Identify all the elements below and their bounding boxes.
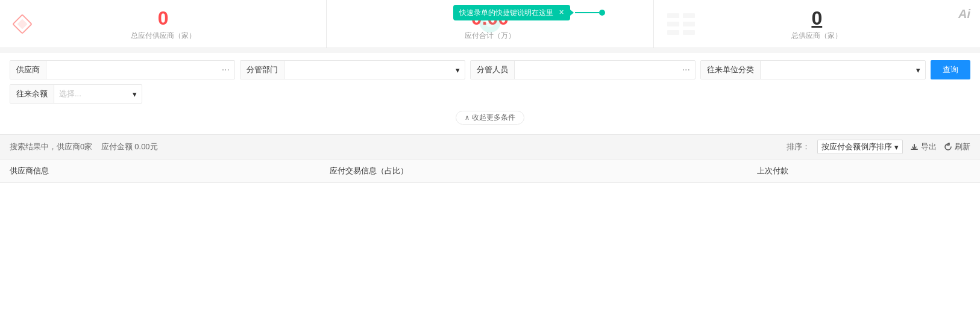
unit-label: 往来单位分类 [701,61,761,79]
dept-chevron-icon: ▾ [456,66,460,75]
balance-chevron-icon: ▾ [133,90,137,99]
payable-suppliers-label: 总应付供应商（家） [131,31,196,41]
sort-value: 按应付会额倒序排序 [821,141,892,152]
tooltip-bubble: 快速录单的快捷键说明在这里 × [453,5,570,20]
dept-select[interactable]: ▾ [284,66,465,75]
query-button[interactable]: 查询 [931,60,970,79]
collapse-bar: ∧ 收起更多条件 [10,108,970,129]
col-transaction-header: 应付交易信息（占比） [330,166,756,176]
total-suppliers-label: 总供应商（家） [791,31,842,41]
supplier-filter: 供应商 ··· [10,60,235,79]
collapse-button[interactable]: ∧ 收起更多条件 [456,111,524,125]
dept-filter: 分管部门 ▾ [240,60,465,79]
table-area: 供应商信息 应付交易信息（占比） 上次付款 [0,160,980,310]
svg-rect-10 [667,22,679,26]
unit-select[interactable]: ▾ [761,66,925,75]
col-lastpay-header: 上次付款 [757,166,970,176]
refresh-label: 刷新 [955,141,970,152]
tooltip-close-btn[interactable]: × [559,7,564,17]
stat-payable-suppliers: 0 总应付供应商（家） [0,0,327,48]
collapse-up-icon: ∧ [465,114,470,122]
stat-total-suppliers: 0 总供应商（家） Ai [654,0,980,48]
balance-filter: 往来余额 选择... ▾ [10,84,142,104]
svg-rect-11 [683,22,695,26]
table-header: 供应商信息 应付交易信息（占比） 上次付款 [0,160,980,183]
tooltip-dot [599,10,605,16]
diamond-logo-icon [11,13,34,36]
svg-rect-12 [667,30,679,35]
svg-rect-13 [683,30,695,35]
export-button[interactable]: 导出 [910,141,937,152]
balance-placeholder: 选择... [59,88,81,99]
grid-icon [666,12,696,36]
filter-area: 供应商 ··· 分管部门 ▾ 分管人员 ··· 往来单位分类 ▾ 查询 [0,53,980,135]
tooltip-line [575,12,599,13]
refresh-icon [944,143,952,151]
col-supplier-header: 供应商信息 [10,166,330,176]
supplier-label: 供应商 [10,61,46,79]
collapse-label: 收起更多条件 [472,113,515,123]
person-filter: 分管人员 ··· [470,60,696,79]
top-stats-bar: 0 总应付供应商（家） 快速录单的快捷键说明在这里 × 0.00 [0,0,980,48]
table-body [0,183,980,310]
result-summary: 搜索结果中，供应商0家 应付金额 0.00元 [10,141,158,152]
svg-point-7 [486,23,494,27]
stat-payable-total: 快速录单的快捷键说明在这里 × 0.00 应付合计（万） [327,0,653,48]
svg-rect-8 [667,13,679,18]
unit-chevron-icon: ▾ [916,66,920,75]
total-suppliers-number: 0 [811,7,822,29]
balance-label: 往来余额 [10,85,54,103]
export-icon [910,143,919,151]
supplier-input[interactable] [46,61,217,79]
svg-rect-1 [17,19,28,29]
tooltip-text: 快速录单的快捷键说明在这里 [459,8,553,17]
supplier-dots-btn[interactable]: ··· [217,64,234,75]
result-actions: 排序： 按应付会额倒序排序 ▾ 导出 刷新 [787,140,970,154]
payable-suppliers-number: 0 [158,7,169,29]
sort-label: 排序： [787,141,810,152]
amount-summary-text: 应付金额 0.00元 [101,142,158,151]
filter-row-1: 供应商 ··· 分管部门 ▾ 分管人员 ··· 往来单位分类 ▾ 查询 [10,60,970,79]
export-label: 导出 [921,141,937,152]
person-input[interactable] [515,61,677,79]
sort-select[interactable]: 按应付会额倒序排序 ▾ [817,140,903,154]
ai-badge[interactable]: Ai [958,7,970,21]
svg-rect-15 [914,144,915,148]
sort-chevron-icon: ▾ [894,143,899,152]
svg-rect-9 [683,13,695,18]
person-label: 分管人员 [471,61,515,79]
unit-filter: 往来单位分类 ▾ [700,60,926,79]
search-summary-text: 搜索结果中，供应商0家 [10,142,92,151]
result-bar: 搜索结果中，供应商0家 应付金额 0.00元 排序： 按应付会额倒序排序 ▾ 导… [0,135,980,160]
balance-select[interactable]: 选择... ▾ [54,88,142,99]
filter-row-2: 往来余额 选择... ▾ [10,84,970,104]
dept-label: 分管部门 [240,61,284,79]
person-dots-btn[interactable]: ··· [677,64,695,75]
tooltip-container: 快速录单的快捷键说明在这里 × [453,5,605,20]
refresh-button[interactable]: 刷新 [944,141,970,152]
